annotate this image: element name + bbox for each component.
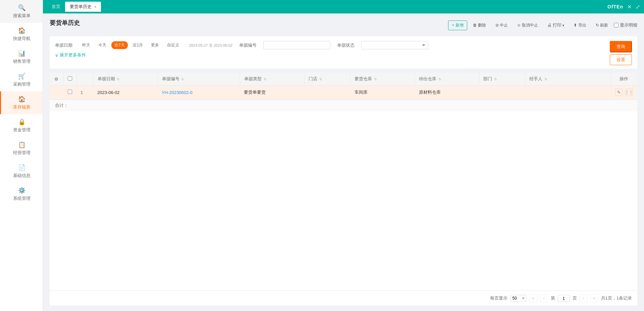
topbar-right: OfTEn ✕ ⤢ [607,4,640,10]
col-num [76,73,93,86]
print-chevron-icon: ▾ [562,24,564,27]
sidebar-item-finance[interactable]: 🔒 资金管理 [0,114,43,137]
table-footer: 合计： [50,99,637,111]
suspend-button[interactable]: ⊘ 中止 [492,20,512,30]
col-req-warehouse[interactable]: 要货仓库 ⇅ [351,73,415,86]
sidebar-item-purchase[interactable]: 🛒 采购管理 [0,69,43,91]
export-button[interactable]: ⬆ 导出 [570,20,590,30]
sidebar-item-system[interactable]: ⚙️ 系统管理 [0,183,43,206]
tab-active[interactable]: 要货单历史 × [65,2,101,12]
col-store[interactable]: 门店 ⇅ [305,73,351,86]
cell-pending-warehouse: 原材料仓库 [415,86,479,99]
per-page-label: 每页显示 [490,295,507,301]
date-btn-custom[interactable]: 自定义 [164,41,182,49]
cell-type: 要货单要货 [240,86,304,99]
page-input[interactable] [558,295,570,302]
col-req-warehouse-label: 要货仓库 [355,76,372,81]
topbar: 首页 要货单历史 × OfTEn ✕ ⤢ [43,0,644,13]
order-no-input[interactable] [263,41,330,49]
per-page-select[interactable]: 50 100 200 [510,295,527,302]
sidebar-label-basic-info: 基础信息 [13,173,31,179]
window-close-btn[interactable]: ✕ [627,4,632,10]
filter-row-1: 单据日期 昨天 今天 近7天 近1月 更多 自定义 2023-05-27 至 2… [55,41,606,49]
filter-btns: 查询 设置 [610,41,632,65]
sidebar-label-operation: 经营管理 [13,150,31,156]
close-tab-icon[interactable]: × [94,5,96,9]
col-settings[interactable]: ⚙ [50,73,63,86]
table-settings-icon[interactable]: ⚙ [54,77,58,82]
col-pending-warehouse-sort-icon: ⇅ [438,77,441,81]
sidebar-item-inventory[interactable]: 🏠 库存核算 [0,91,43,114]
print-button[interactable]: 🖨 打印 ▾ [544,20,568,30]
col-date-sort-icon: ⇅ [117,77,119,81]
show-detail-toggle[interactable]: 显示明细 [614,22,637,28]
sidebar-label-quick-nav: 快捷导航 [13,36,31,42]
cell-date: 2023-06-02 [93,86,158,99]
query-button[interactable]: 查询 [610,41,632,52]
last-page-btn[interactable]: » [590,294,598,302]
sidebar-item-sales[interactable]: 📊 销售管理 [0,46,43,69]
page-label: 第 [551,295,555,301]
status-label: 单据状态 [337,42,355,48]
settings-button[interactable]: 设置 [610,54,632,65]
status-select[interactable] [361,41,428,49]
pagination-bar: 每页显示 50 100 200 « ‹ 第 页 › » 共1页，1条记录 [50,291,637,306]
date-btn-1month[interactable]: 近1月 [130,41,146,49]
select-all-checkbox[interactable] [68,76,72,81]
tab-home[interactable]: 首页 [47,2,65,12]
filter-main: 单据日期 昨天 今天 近7天 近1月 更多 自定义 2023-05-27 至 2… [55,41,606,65]
col-department[interactable]: 部门 ⇅ [479,73,525,86]
date-btn-yesterday[interactable]: 昨天 [79,41,93,49]
row-checkbox[interactable] [68,90,72,94]
prev-page-btn[interactable]: ‹ [540,294,548,302]
cell-code-link[interactable]: YH-20230602-0 [162,90,193,95]
inventory-icon: 🏠 [18,95,25,103]
sidebar-label-purchase: 采购管理 [13,81,31,87]
sidebar-label-sales: 销售管理 [13,58,31,64]
col-department-sort-icon: ⇅ [494,77,497,81]
content-header: 要货单历史 + 新增 🗑 删除 ⊘ 中止 ⊙ 取消中止 🖨 打印 ▾ ⬆ 导出 … [50,19,637,32]
sidebar-item-search[interactable]: 🔍 搜索菜单 [0,0,43,23]
first-page-btn[interactable]: « [529,294,537,302]
window-maximize-btn[interactable]: ⤢ [636,4,640,10]
refresh-button[interactable]: ↻ 刷新 [592,20,612,30]
expand-more-icon: ∨ [55,53,58,58]
col-date[interactable]: 单据日期 ⇅ [93,73,158,86]
cancel-suspend-button[interactable]: ⊙ 取消中止 [514,20,541,30]
col-type[interactable]: 单据类型 ⇅ [240,73,304,86]
sidebar-label-finance: 资金管理 [13,127,31,133]
cell-checkbox [63,86,76,99]
col-pending-warehouse[interactable]: 待出仓库 ⇅ [415,73,479,86]
home-icon: 🏠 [18,27,25,34]
table-row[interactable]: 1 2023-06-02 YH-20230602-0 要货单要货 车间库 原材料… [50,86,637,99]
new-button[interactable]: + 新增 [448,20,467,30]
row-edit-icon[interactable]: ✎ [615,89,623,96]
show-detail-checkbox[interactable] [614,23,619,28]
date-btn-today[interactable]: 今天 [95,41,109,49]
col-pending-warehouse-label: 待出仓库 [419,76,436,81]
filter-date-btns: 昨天 今天 近7天 近1月 更多 自定义 [79,41,182,49]
delete-button[interactable]: 🗑 删除 [469,20,490,30]
sidebar-item-operation[interactable]: 📋 经营管理 [0,137,43,160]
next-page-btn[interactable]: › [580,294,588,302]
table-header-row: ⚙ 单据日期 ⇅ 单据编号 ⇅ [50,73,637,86]
cell-store [305,86,351,99]
expand-more-btn[interactable]: ∨ 展开更多条件 [55,52,606,58]
row-more-icon[interactable]: ⋮⋮ [625,89,633,96]
system-icon: ⚙️ [18,187,25,194]
cell-handler [525,86,610,99]
col-checkbox [63,73,76,86]
col-department-label: 部门 [483,76,492,81]
col-action: 操作 [610,73,637,86]
sidebar-item-quick-nav[interactable]: 🏠 快捷导航 [0,23,43,46]
page-title: 要货单历史 [50,19,80,27]
topbar-brand: OfTEn [607,4,623,9]
date-btn-7days[interactable]: 近7天 [111,41,128,49]
sidebar-item-basic-info[interactable]: 📄 基础信息 [0,160,43,183]
col-handler[interactable]: 经手人 ⇅ [525,73,610,86]
date-btn-more[interactable]: 更多 [148,41,162,49]
date-filter-label: 单据日期 [55,42,72,48]
col-code[interactable]: 单据编号 ⇅ [158,73,240,86]
filter-with-btns: 单据日期 昨天 今天 近7天 近1月 更多 自定义 2023-05-27 至 2… [55,41,632,65]
basic-info-icon: 📄 [18,164,25,171]
